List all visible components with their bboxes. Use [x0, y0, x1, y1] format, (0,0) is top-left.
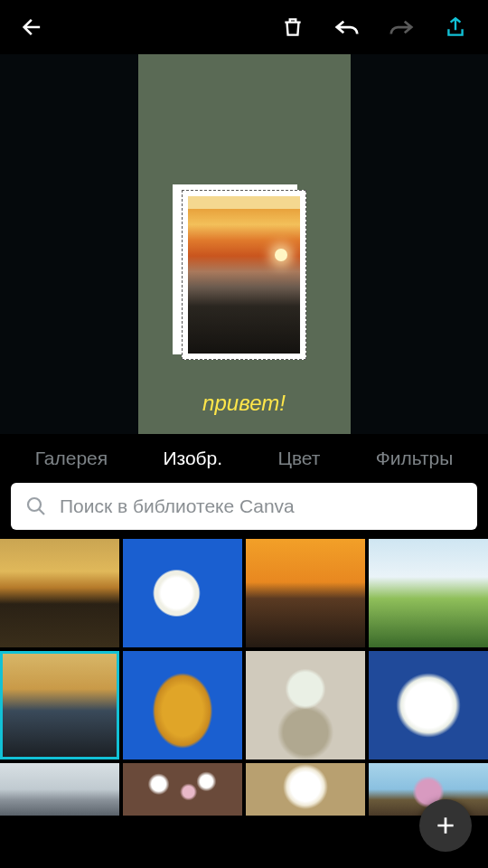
canvas-area: привет! — [0, 54, 488, 434]
redo-icon — [388, 18, 415, 36]
greeting-text[interactable]: привет! — [138, 391, 351, 416]
back-button[interactable] — [18, 13, 47, 42]
tab-gallery[interactable]: Галерея — [35, 448, 108, 469]
thumb-3[interactable] — [369, 539, 488, 647]
tab-color[interactable]: Цвет — [277, 448, 320, 469]
share-icon — [444, 15, 467, 39]
top-toolbar — [0, 0, 488, 54]
sun-glow — [275, 249, 287, 261]
thumb-4[interactable] — [0, 651, 119, 760]
arrow-left-icon — [20, 14, 45, 40]
photo-frame-front[interactable] — [182, 190, 306, 360]
tab-images[interactable]: Изобр. — [163, 448, 222, 469]
undo-button[interactable] — [333, 13, 361, 42]
inserted-photo[interactable] — [188, 196, 300, 354]
search-wrap: Поиск в библиотеке Canva — [0, 483, 488, 539]
photo-stack[interactable] — [182, 190, 306, 360]
thumb-9[interactable] — [123, 763, 242, 816]
thumb-6[interactable] — [246, 651, 365, 760]
delete-button[interactable] — [278, 13, 307, 42]
thumb-5[interactable] — [123, 651, 242, 760]
thumb-10[interactable] — [246, 763, 365, 816]
plus-icon — [434, 814, 457, 837]
redo-button[interactable] — [387, 13, 416, 42]
svg-point-0 — [28, 498, 41, 511]
search-input[interactable]: Поиск в библиотеке Canva — [11, 483, 477, 530]
thumb-7[interactable] — [369, 651, 488, 760]
thumb-1[interactable] — [123, 539, 242, 647]
undo-icon — [333, 18, 361, 36]
thumb-2[interactable] — [246, 539, 365, 647]
tab-filters[interactable]: Фильтры — [376, 448, 454, 469]
search-icon — [25, 495, 47, 517]
thumb-8[interactable] — [0, 763, 119, 816]
design-canvas[interactable]: привет! — [138, 54, 351, 434]
app-root: привет! Галерея Изобр. Цвет Фильтры Поис… — [0, 0, 488, 868]
thumb-0[interactable] — [0, 539, 119, 647]
image-grid — [0, 539, 488, 868]
add-button[interactable] — [419, 799, 472, 852]
trash-icon — [281, 15, 305, 39]
bottom-tabs: Галерея Изобр. Цвет Фильтры — [0, 434, 488, 483]
search-placeholder: Поиск в библиотеке Canva — [60, 495, 295, 517]
share-button[interactable] — [441, 13, 470, 42]
